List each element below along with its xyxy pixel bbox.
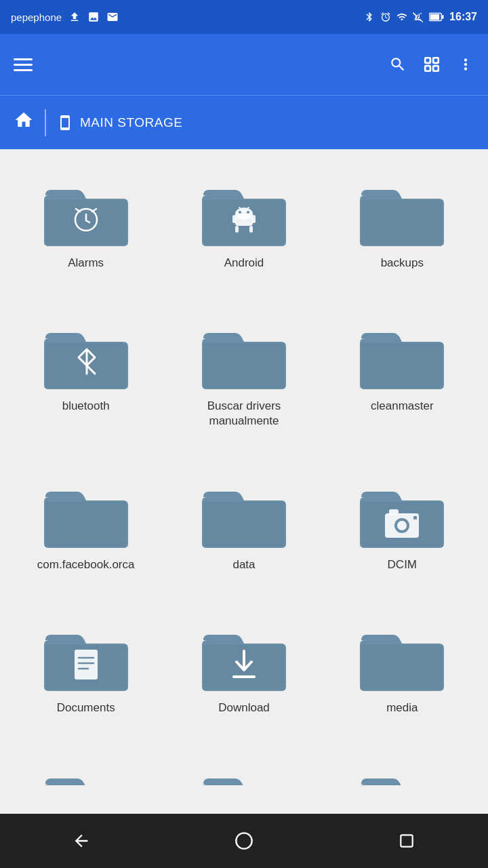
breadcrumb-divider	[45, 109, 46, 136]
folder-item-cleanmaster[interactable]: cleanmaster	[323, 306, 481, 464]
folder-item-backups[interactable]: backups	[323, 163, 481, 306]
svg-point-15	[247, 211, 249, 214]
svg-rect-13	[249, 226, 253, 233]
select-icon	[423, 56, 441, 73]
folder-label-documents: Documents	[57, 701, 115, 715]
folder-item-buscar-drivers[interactable]: Buscar drivers manualmente	[165, 306, 323, 464]
bluetooth-status-icon	[364, 12, 375, 22]
folder-item-partial3[interactable]	[323, 751, 481, 785]
folder-label-android: Android	[224, 256, 264, 271]
bottom-nav	[0, 814, 488, 868]
folder-icon-bluetooth	[42, 319, 130, 391]
svg-rect-11	[252, 215, 256, 223]
folder-icon-partial1	[42, 765, 130, 785]
breadcrumb-location: Main Storage	[57, 115, 182, 131]
folder-icon-buscar-drivers	[200, 319, 288, 391]
folder-icon-android	[200, 176, 288, 248]
back-button[interactable]	[61, 821, 102, 861]
more-options-button[interactable]	[457, 56, 474, 73]
breadcrumb-bar: Main Storage	[0, 95, 488, 149]
folder-icon-media	[358, 621, 446, 692]
folder-item-com-facebook-orca[interactable]: com.facebook.orca	[7, 465, 165, 608]
search-button[interactable]	[389, 56, 407, 73]
gmail-icon	[106, 11, 119, 23]
file-grid: Alarms Android backups	[0, 149, 488, 814]
app-bar-right	[389, 56, 474, 73]
svg-rect-5	[425, 66, 430, 71]
home-icon[interactable]	[14, 110, 34, 135]
location-text: Main Storage	[80, 115, 182, 130]
svg-rect-6	[433, 66, 439, 71]
folder-item-android[interactable]: Android	[165, 163, 323, 306]
svg-point-28	[236, 833, 251, 848]
folder-label-com-facebook-orca: com.facebook.orca	[37, 557, 135, 572]
battery-icon	[429, 12, 444, 22]
folder-label-buscar-drivers: Buscar drivers manualmente	[171, 399, 316, 429]
folder-label-download: Download	[218, 701, 270, 715]
more-icon	[457, 56, 474, 73]
folder-icon-alarms	[42, 176, 130, 248]
folder-icon-download	[200, 621, 288, 692]
app-bar-left	[14, 58, 33, 71]
app-bar	[0, 34, 488, 95]
wifi-icon	[396, 12, 407, 22]
folder-item-alarms[interactable]: Alarms	[7, 163, 165, 306]
folder-label-data: data	[232, 557, 255, 572]
upload-icon	[68, 11, 81, 23]
device-icon	[57, 115, 73, 131]
folder-icon-dcim	[358, 478, 446, 549]
folder-item-data[interactable]: data	[165, 465, 323, 608]
svg-point-20	[397, 521, 407, 530]
status-left: pepephone	[11, 11, 119, 23]
svg-rect-2	[442, 15, 444, 19]
clock-time: 16:37	[449, 11, 477, 23]
svg-rect-9	[235, 214, 253, 226]
folder-icon-data	[200, 478, 288, 549]
folder-item-dcim[interactable]: DCIM	[323, 465, 481, 608]
svg-rect-23	[75, 650, 98, 679]
svg-rect-12	[235, 226, 239, 233]
folder-icon-partial2	[200, 765, 288, 785]
folder-item-documents[interactable]: Documents	[7, 608, 165, 751]
signal-icon	[413, 12, 424, 22]
svg-rect-1	[430, 14, 439, 20]
carrier-name: pepephone	[11, 12, 62, 23]
folder-icon-cleanmaster	[358, 319, 446, 391]
svg-rect-3	[425, 58, 430, 63]
folder-label-backups: backups	[381, 256, 424, 271]
folder-icon-backups	[358, 176, 446, 248]
folder-icon-documents	[42, 621, 130, 692]
folder-icon-partial3	[358, 765, 446, 785]
folder-label-media: media	[386, 701, 418, 715]
svg-rect-22	[413, 516, 417, 519]
recent-apps-button[interactable]	[386, 821, 427, 861]
folder-label-dcim: DCIM	[388, 557, 417, 572]
folder-item-media[interactable]: media	[323, 608, 481, 751]
svg-rect-4	[433, 58, 439, 63]
folder-item-bluetooth[interactable]: bluetooth	[7, 306, 165, 464]
folder-icon-com-facebook-orca	[42, 478, 130, 549]
svg-rect-21	[389, 509, 399, 515]
status-bar: pepephone 16:37	[0, 0, 488, 34]
folder-item-partial2[interactable]	[165, 751, 323, 785]
folder-item-download[interactable]: Download	[165, 608, 323, 751]
folder-label-bluetooth: bluetooth	[62, 399, 110, 414]
status-right: 16:37	[364, 11, 477, 23]
folder-label-alarms: Alarms	[68, 256, 104, 271]
image-icon	[87, 11, 100, 23]
home-button[interactable]	[224, 821, 264, 861]
folder-item-partial1[interactable]	[7, 751, 165, 785]
search-icon	[389, 56, 407, 73]
svg-rect-10	[232, 215, 236, 223]
svg-point-14	[239, 211, 241, 214]
svg-rect-29	[401, 835, 412, 846]
hamburger-menu-button[interactable]	[14, 58, 33, 71]
select-button[interactable]	[423, 56, 441, 73]
alarm-status-icon	[380, 12, 391, 22]
folder-label-cleanmaster: cleanmaster	[371, 399, 434, 414]
